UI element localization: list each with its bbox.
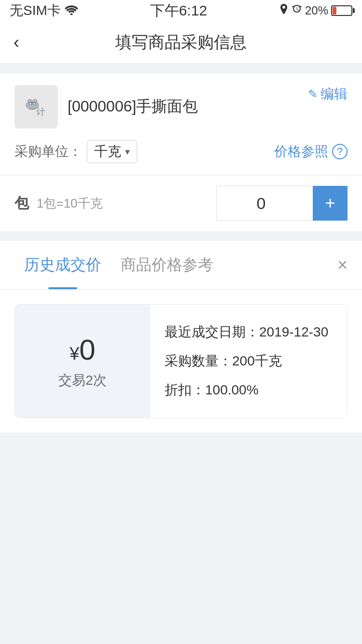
price-value: 0 <box>79 334 95 366</box>
price-panel-tabs: 历史成交价 商品价格参考 × <box>0 241 362 290</box>
status-left: 无SIM卡 <box>10 1 78 20</box>
location-icon <box>279 4 289 17</box>
product-thumbnail: 计 <box>14 85 58 128</box>
product-card: 计 [0000006]手撕面包 ✎ 编辑 采购单位： 千克 ▾ 价格参照 ? <box>0 73 362 175</box>
bottom-space <box>0 433 362 644</box>
tab-product-price[interactable]: 商品价格参考 <box>111 241 223 289</box>
recent-date-row: 最近成交日期：2019-12-30 <box>165 322 333 342</box>
svg-point-5 <box>34 103 35 104</box>
unit-value: 千克 <box>94 142 121 161</box>
svg-point-4 <box>30 103 31 104</box>
product-meta: 采购单位： 千克 ▾ 价格参照 ? <box>14 140 348 163</box>
discount-label: 折扣： <box>165 382 205 397</box>
history-detail-side: 最近成交日期：2019-12-30 采购数量：200千克 折扣：100.00% <box>150 305 347 418</box>
battery-percent: 20% <box>305 4 328 17</box>
signal-text: 无SIM卡 <box>10 1 61 20</box>
edit-icon: ✎ <box>308 87 318 101</box>
alarm-icon <box>292 4 302 17</box>
history-price: ¥0 <box>70 333 95 366</box>
quantity-input[interactable] <box>216 186 313 221</box>
quantity-plus-button[interactable]: + <box>313 186 348 221</box>
nav-bar: ‹ 填写商品采购信息 <box>0 21 362 64</box>
history-price-side: ¥0 交易2次 <box>15 305 150 418</box>
quantity-input-group: + <box>216 186 348 221</box>
page-title: 填写商品采购信息 <box>115 31 247 54</box>
back-button[interactable]: ‹ <box>14 32 19 53</box>
close-button[interactable]: × <box>337 255 348 275</box>
recent-date-label: 最近成交日期： <box>165 324 259 339</box>
edit-label: 编辑 <box>320 85 348 103</box>
status-right: 20% <box>279 4 352 17</box>
svg-text:计: 计 <box>36 107 45 117</box>
price-ref-label: 价格参照 <box>274 142 328 161</box>
price-panel: 历史成交价 商品价格参考 × ¥0 交易2次 最近成交日期：2019-12-30… <box>0 241 362 433</box>
purchase-qty-row: 采购数量：200千克 <box>165 351 333 371</box>
purchase-qty-value: 200千克 <box>232 353 282 368</box>
product-header: 计 [0000006]手撕面包 ✎ 编辑 <box>14 85 348 128</box>
transaction-count: 交易2次 <box>58 371 107 390</box>
package-label: 包 <box>14 194 29 213</box>
product-name: [0000006]手撕面包 <box>68 96 198 117</box>
status-time: 下午6:12 <box>150 1 207 21</box>
history-card: ¥0 交易2次 最近成交日期：2019-12-30 采购数量：200千克 折扣：… <box>14 304 348 418</box>
quantity-row: 包 1包=10千克 + <box>0 175 362 231</box>
svg-point-0 <box>70 14 72 15</box>
purchase-qty-label: 采购数量： <box>165 353 232 368</box>
recent-date-value: 2019-12-30 <box>259 324 328 339</box>
edit-button[interactable]: ✎ 编辑 <box>308 85 348 103</box>
discount-row: 折扣：100.00% <box>165 380 333 400</box>
discount-value: 100.00% <box>205 382 259 397</box>
unit-dropdown-arrow: ▾ <box>125 146 130 157</box>
price-ref-button[interactable]: 价格参照 ? <box>274 142 348 161</box>
history-section: ¥0 交易2次 最近成交日期：2019-12-30 采购数量：200千克 折扣：… <box>0 290 362 433</box>
product-left: 计 [0000006]手撕面包 <box>14 85 198 128</box>
battery-icon <box>331 5 352 16</box>
wifi-icon <box>65 3 78 18</box>
package-ratio: 1包=10千克 <box>37 195 103 212</box>
price-ref-icon: ? <box>332 144 348 159</box>
unit-label: 采购单位： 千克 ▾ <box>14 140 137 163</box>
status-bar: 无SIM卡 下午6:12 20% <box>0 0 362 21</box>
unit-select[interactable]: 千克 ▾ <box>87 140 137 163</box>
tab-history-price[interactable]: 历史成交价 <box>14 241 111 289</box>
quantity-unit: 包 1包=10千克 <box>14 194 103 213</box>
currency-symbol: ¥ <box>70 344 79 364</box>
